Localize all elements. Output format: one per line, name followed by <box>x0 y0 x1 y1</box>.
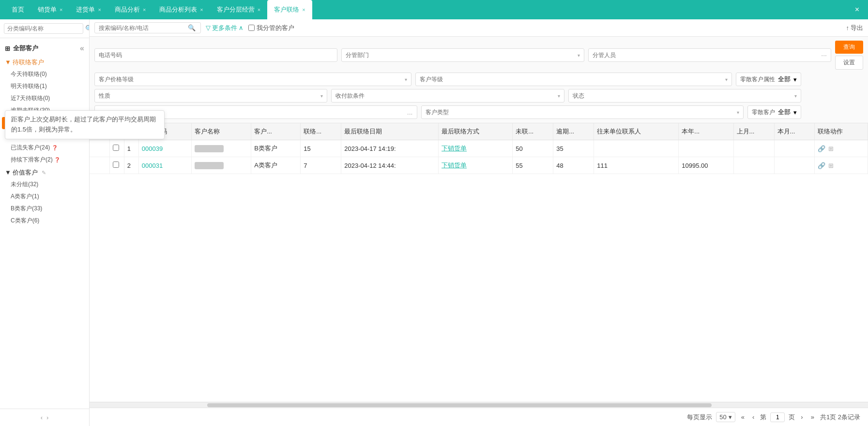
sidebar-search-icon[interactable]: 🔍 <box>85 25 90 32</box>
table-header-row: ⚙ # 客户编码 客户名称 客户... 联络... 最后联络日期 最后联络方式 … <box>90 123 868 140</box>
col-this-year: 本年... <box>679 123 733 140</box>
filter-retail-customer[interactable]: 零散客户 全部 ▾ <box>747 105 801 119</box>
close-tab-customer-contact[interactable]: × <box>302 7 305 13</box>
filter-more-btn[interactable]: ▽ 更多条件 ∧ <box>206 24 244 32</box>
dots-icon[interactable]: ··· <box>821 51 827 59</box>
filter-phone[interactable]: 电话号码 <box>94 48 337 62</box>
filter-customer-type[interactable]: 客户类型 ▾ <box>421 105 744 119</box>
tab-product-analysis-list[interactable]: 商品分析列表 × <box>152 0 210 19</box>
per-page-value: 50 <box>719 413 726 421</box>
filter-person[interactable]: 分管人员 ··· <box>588 48 831 62</box>
sidebar-item-churned[interactable]: 已流失客户(24) ❓ <box>0 142 89 154</box>
next-page-btn[interactable]: › <box>799 412 805 422</box>
row1-contacts <box>594 140 679 157</box>
first-page-btn[interactable]: « <box>739 412 746 422</box>
sidebar-item-class-c[interactable]: C类客户(6) <box>0 215 89 227</box>
row1-code[interactable]: 000039 <box>138 140 191 157</box>
filter-bar: 🔍 ▽ 更多条件 ∧ 我分管的客户 ↑ 导出 <box>90 19 868 37</box>
prev-page-btn[interactable]: ‹ <box>750 412 756 422</box>
row2-contact: 7 <box>301 157 341 174</box>
filter-price-tier[interactable]: 客户价格等级 ▾ <box>94 73 411 86</box>
row1-checkbox[interactable] <box>109 140 124 157</box>
row2-checkbox[interactable] <box>109 157 124 174</box>
top-nav: 首页 销货单 × 进货单 × 商品分析 × 商品分析列表 × 客户分层经营 × … <box>0 0 868 19</box>
row1-select[interactable] <box>113 145 119 151</box>
close-tab-product-analysis-list[interactable]: × <box>200 7 203 13</box>
chevron-down-icon4: ▾ <box>793 76 797 83</box>
sidebar-section-pending[interactable]: ▼ 待联络客户 <box>0 56 89 68</box>
chevron-up-icon: ∧ <box>239 24 244 31</box>
tab-home[interactable]: 首页 <box>5 0 31 19</box>
filter-payment-terms[interactable]: 收付款条件 ▾ <box>331 89 564 103</box>
sidebar-item-class-a[interactable]: A类客户(1) <box>0 191 89 203</box>
horizontal-scrollbar[interactable] <box>90 402 868 408</box>
my-customer-checkbox[interactable] <box>248 25 255 31</box>
row2-select[interactable] <box>113 162 119 168</box>
row2-last-method[interactable]: 下销货单 <box>439 157 513 174</box>
col-contacts: 往来单位联系人 <box>594 123 679 140</box>
row2-contacts: 111 <box>594 157 679 174</box>
close-tab-purchase[interactable]: × <box>98 7 101 13</box>
total-records: 共1页 2条记录 <box>820 413 860 422</box>
setting-button[interactable]: 设置 <box>835 56 863 70</box>
close-all-btn[interactable]: × <box>851 5 863 14</box>
row1-actions: 🔗 ⊞ <box>815 140 868 157</box>
chevron-down-icon10: ▾ <box>729 413 732 421</box>
row2-last-date: 2023-04-12 14:44: <box>341 157 439 174</box>
row2-actions: 🔗 ⊞ <box>815 157 868 174</box>
row1-contact: 15 <box>301 140 341 157</box>
filter-retail-attr[interactable]: 零散客户属性 全部 ▾ <box>736 73 801 86</box>
filter-status[interactable]: 状态 ▾ <box>568 89 801 103</box>
row1-last-date: 2023-04-17 14:19: <box>341 140 439 157</box>
adv-filter: 电话号码 分管部门 ▾ 分管人员 ··· 查询 设置 <box>90 37 868 123</box>
page-number-input[interactable] <box>770 412 785 422</box>
sidebar-collapse-btn[interactable]: « <box>80 44 84 53</box>
page-suffix: 页 <box>789 413 795 422</box>
row2-copy-icon[interactable]: ⊞ <box>828 162 834 169</box>
page-size-select[interactable]: 50 ▾ <box>716 412 735 422</box>
filter-nature[interactable]: 性质 ▾ <box>94 89 327 103</box>
sidebar-item-class-b[interactable]: B类客户(33) <box>0 203 89 215</box>
filter-search-input[interactable] <box>99 25 186 31</box>
sidebar-item-declining[interactable]: 持续下滑客户(2) ❓ <box>0 154 89 166</box>
tab-customer-tier[interactable]: 客户分层经营 × <box>210 0 267 19</box>
export-icon: ↑ <box>846 24 850 31</box>
tab-sales[interactable]: 销货单 × <box>31 0 69 19</box>
sidebar-all-customers[interactable]: ⊞ 全部客户 « <box>0 41 89 56</box>
filter-search-icon[interactable]: 🔍 <box>188 24 196 31</box>
col-this-month: 本月... <box>774 123 815 140</box>
edit-icon[interactable]: ✎ <box>42 170 46 176</box>
row1-last-month <box>733 140 774 157</box>
filter-my-customer[interactable]: 我分管的客户 <box>248 24 294 32</box>
sidebar-item-tomorrow[interactable]: 明天待联络(1) <box>0 80 89 92</box>
row2-num: 2 <box>124 157 138 174</box>
sidebar-search-input[interactable] <box>4 23 83 34</box>
filter-department[interactable]: 分管部门 ▾ <box>341 48 584 62</box>
row1-copy-icon[interactable]: ⊞ <box>828 145 834 152</box>
sidebar-item-ungrouped[interactable]: 未分组(32) <box>0 178 89 191</box>
last-page-btn[interactable]: » <box>809 412 816 422</box>
sidebar-section-value[interactable]: ▼ 价值客户 ✎ <box>0 166 89 178</box>
close-tab-sales[interactable]: × <box>60 7 62 13</box>
sidebar-item-7days[interactable]: 近7天待联络(0) <box>0 92 89 104</box>
tab-product-analysis[interactable]: 商品分析 × <box>108 0 152 19</box>
close-tab-product-analysis[interactable]: × <box>143 7 146 13</box>
sidebar-right-arrow[interactable]: › <box>46 414 48 421</box>
row2-code[interactable]: 000031 <box>138 157 191 174</box>
query-button[interactable]: 查询 <box>835 41 863 54</box>
pagination-bar: 每页显示 50 ▾ « ‹ 第 页 › » 共1页 2条记录 <box>90 408 868 426</box>
export-btn[interactable]: ↑ 导出 <box>846 24 864 32</box>
row1-link-icon[interactable]: 🔗 <box>818 145 825 152</box>
sidebar-left-arrow[interactable]: ‹ <box>41 414 43 421</box>
row2-category: A类客户 <box>251 157 301 174</box>
chevron-down-icon7: ▾ <box>794 93 797 99</box>
tab-purchase[interactable]: 进货单 × <box>69 0 107 19</box>
filter-customer-tier[interactable]: 客户等级 ▾ <box>415 73 732 86</box>
sidebar-item-today[interactable]: 今天待联络(0) <box>0 68 89 80</box>
tab-customer-contact[interactable]: 客户联络 × <box>267 0 312 19</box>
row2-link-icon[interactable]: 🔗 <box>818 162 825 169</box>
close-tab-customer-tier[interactable]: × <box>258 7 260 13</box>
scrollbar-thumb[interactable] <box>207 403 712 407</box>
dots-icon2[interactable]: ... <box>407 108 413 116</box>
row1-last-method[interactable]: 下销货单 <box>439 140 513 157</box>
